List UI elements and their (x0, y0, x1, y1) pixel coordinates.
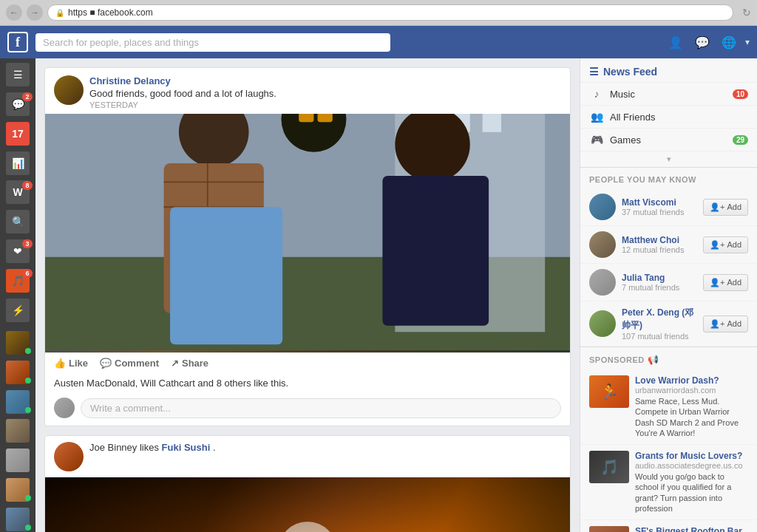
post-comment-area: Write a comment... (45, 393, 570, 426)
right-sidebar: ☰ News Feed ♪ Music 10 👥 All Friends 🎮 G… (580, 58, 757, 532)
sponsored-text-0: Love Warrior Dash? urbanwarriordash.com … (635, 375, 748, 438)
sidebar-item-heart[interactable]: ❤ 3 (1, 238, 34, 265)
pymk-name-0[interactable]: Matt Viscomi (622, 197, 697, 208)
browser-chrome: ← → 🔒 https ■ facebook.com ↻ (0, 0, 757, 26)
photo-svg (45, 114, 570, 350)
url-bar[interactable]: 🔒 https ■ facebook.com (47, 4, 733, 21)
news-feed-header: ☰ News Feed (580, 58, 757, 83)
sidebar-avatar-6[interactable] (1, 477, 34, 503)
sponsored-header: SPONSORED 📢 (580, 347, 757, 369)
comment-input[interactable]: Write a comment... (81, 398, 561, 418)
pymk-info-3: Peter X. Deng (邓帅平) 107 mutual friends (622, 307, 697, 341)
post-author-1[interactable]: Christine Delancy (89, 75, 561, 86)
pymk-item-3: Peter X. Deng (邓帅平) 107 mutual friends 👤… (580, 301, 757, 347)
post-image-1[interactable] (45, 114, 570, 352)
comment-button[interactable]: 💬 Comment (100, 358, 159, 369)
sponsored-desc-1: Would you go/go back to school if you qu… (635, 471, 748, 514)
sidebar-item-menu[interactable]: ☰ (1, 61, 34, 88)
post-link-image[interactable] (45, 477, 570, 532)
rs-item-all-friends[interactable]: 👥 All Friends (580, 106, 757, 129)
sidebar-avatar-5[interactable] (1, 447, 34, 474)
back-button[interactable]: ← (6, 4, 22, 21)
post-avatar-1[interactable] (54, 75, 84, 105)
post-link-text[interactable]: Fuki Sushi (162, 442, 211, 453)
online-dot-2 (25, 378, 31, 383)
post-text-1: Good friends, good food and a lot of lau… (89, 88, 561, 99)
svg-rect-5 (483, 114, 501, 132)
facebook-logo: f (7, 32, 28, 52)
sponsored-img-1: 🎵 (589, 451, 629, 483)
like-button[interactable]: 👍 Like (54, 358, 88, 369)
post-period: . (213, 442, 216, 453)
music-icon: ♪ (589, 88, 604, 100)
pymk-info-0: Matt Viscomi 37 mutual friends (622, 197, 697, 216)
music-label: Music (610, 89, 727, 100)
sponsored-title-2[interactable]: SF's Biggest Rooftop Bar (635, 526, 748, 532)
rs-item-music[interactable]: ♪ Music 10 (580, 83, 757, 106)
globe-icon[interactable]: 🌐 (719, 33, 739, 52)
rs-item-games[interactable]: 🎮 Games 29 (580, 129, 757, 151)
like-icon: 👍 (54, 358, 66, 369)
sidebar-item-calendar[interactable]: 17 (1, 120, 34, 147)
pymk-name-1[interactable]: Matthew Choi (622, 235, 697, 245)
post-actions-1: 👍 Like 💬 Comment ↗ Share (45, 352, 570, 373)
sidebar-avatar-1[interactable] (1, 330, 34, 356)
pymk-item-0: Matt Viscomi 37 mutual friends 👤+ Add (580, 188, 757, 226)
messages-icon[interactable]: 💬 (692, 33, 713, 52)
forward-button[interactable]: → (27, 4, 43, 21)
menu-icon: ☰ (6, 63, 30, 86)
share-button[interactable]: ↗ Share (171, 358, 208, 369)
online-dot-3 (25, 407, 31, 413)
news-feed-chevron[interactable]: ▾ (580, 151, 757, 167)
add-label-1: Add (727, 240, 741, 249)
add-label-2: Add (727, 278, 741, 287)
graph-icon: 📊 (6, 151, 30, 175)
pymk-info-2: Julia Tang 7 mutual friends (622, 273, 697, 292)
add-label-3: Add (727, 319, 741, 328)
sidebar-avatar-7[interactable] (1, 506, 34, 532)
sidebar-item-music[interactable]: 🎵 6 (1, 267, 34, 294)
sidebar-item-search[interactable]: 🔍 (1, 208, 34, 235)
search-sidebar-icon: 🔍 (6, 210, 30, 233)
sidebar-item-graph[interactable]: 📊 (1, 150, 34, 177)
online-dot-6 (25, 495, 31, 501)
refresh-button[interactable]: ↻ (742, 7, 751, 18)
music-badge: 10 (733, 89, 748, 99)
sponsored-title-0[interactable]: Love Warrior Dash? (635, 375, 748, 386)
all-friends-label: All Friends (610, 112, 748, 123)
center-feed: Christine Delancy Good friends, good foo… (35, 58, 580, 532)
sidebar-avatar-3[interactable] (1, 389, 34, 415)
sidebar-item-bolt[interactable]: ⚡ (1, 297, 34, 324)
sidebar-avatar-2[interactable] (1, 359, 34, 386)
post-prefix-text: Joe Binney likes (89, 442, 159, 453)
sponsored-item-2: 🍹 SF's Biggest Rooftop Bar Enjoy cocktai… (580, 520, 757, 532)
search-bar[interactable]: Search for people, places and things (35, 33, 390, 52)
sponsored-item-1: 🎵 Grants for Music Lovers? audio.associa… (580, 445, 757, 520)
pymk-add-btn-2[interactable]: 👤+ Add (703, 274, 748, 291)
pymk-add-btn-3[interactable]: 👤+ Add (703, 316, 748, 332)
pymk-name-3[interactable]: Peter X. Deng (邓帅平) (622, 307, 697, 332)
post-card-2: Joe Binney likes Fuki Sushi . (44, 435, 571, 532)
pymk-item-1: Matthew Choi 12 mutual friends 👤+ Add (580, 226, 757, 264)
pymk-name-2[interactable]: Julia Tang (622, 273, 697, 283)
pymk-add-btn-0[interactable]: 👤+ Add (703, 199, 748, 216)
post-avatar-2[interactable] (54, 442, 84, 471)
sidebar-item-messages[interactable]: 💬 2 (1, 91, 34, 117)
calendar-icon: 17 (6, 122, 30, 146)
sidebar-item-w[interactable]: W 8 (1, 180, 34, 206)
topbar-dropdown[interactable]: ▾ (745, 37, 750, 47)
comment-label: Comment (115, 358, 159, 369)
music-badge: 6 (22, 269, 33, 278)
pymk-mutual-2: 7 mutual friends (622, 283, 697, 292)
friends-icon[interactable]: 👤 (665, 33, 686, 52)
pymk-avatar-2 (589, 269, 616, 296)
sponsored-img-0: 🏃 (589, 375, 629, 408)
pymk-mutual-1: 12 mutual friends (622, 245, 697, 254)
svg-rect-18 (382, 176, 489, 326)
sponsored-title-1[interactable]: Grants for Music Lovers? (635, 451, 748, 461)
sponsored-label: SPONSORED (589, 355, 645, 364)
post-meta-1: Christine Delancy Good friends, good foo… (89, 75, 561, 109)
topbar-icons: 👤 💬 🌐 ▾ (665, 33, 750, 52)
pymk-add-btn-1[interactable]: 👤+ Add (703, 236, 748, 253)
sidebar-avatar-4[interactable] (1, 418, 34, 445)
